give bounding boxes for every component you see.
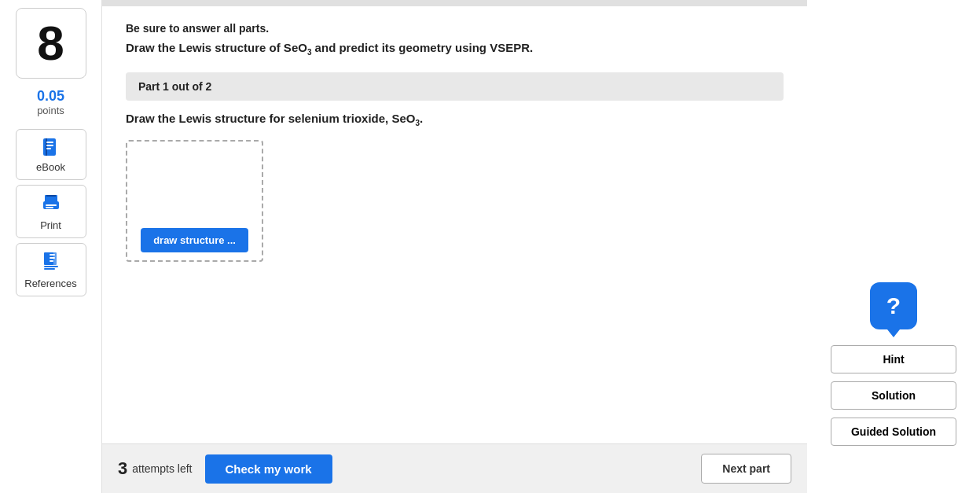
top-bar [102, 0, 807, 6]
hint-button[interactable]: Hint [831, 345, 956, 373]
points-label: points [37, 105, 64, 116]
svg-rect-4 [46, 148, 51, 149]
svg-rect-12 [50, 254, 55, 256]
part-question-suffix: . [420, 112, 423, 125]
draw-area: draw structure ... [126, 140, 263, 262]
print-button[interactable]: Print [16, 185, 86, 238]
references-button[interactable]: References [16, 243, 86, 296]
part-question: Draw the Lewis structure for selenium tr… [126, 112, 784, 127]
ebook-label: eBook [36, 161, 65, 173]
right-panel: ? Hint Solution Guided Solution [807, 0, 980, 493]
svg-rect-2 [46, 142, 53, 143]
references-icon [40, 250, 62, 274]
points-value: 0.05 [37, 88, 64, 105]
svg-rect-0 [43, 138, 56, 156]
attempts-number: 3 [118, 458, 127, 479]
svg-rect-15 [44, 266, 58, 267]
part-question-prefix: Draw the Lewis structure for selenium tr… [126, 112, 415, 125]
guided-solution-button[interactable]: Guided Solution [831, 418, 956, 446]
check-my-work-button[interactable]: Check my work [205, 454, 332, 484]
references-label: References [24, 278, 76, 289]
ebook-icon [40, 136, 62, 158]
question-text-suffix: and predict its geometry using VSEPR. [311, 41, 533, 54]
help-bubble: ? [870, 282, 917, 329]
sidebar: 8 0.05 points eBook Print [0, 0, 102, 493]
content-area: Be sure to answer all parts. Draw the Le… [102, 6, 807, 443]
svg-rect-9 [46, 195, 56, 197]
attempts-left: 3 attempts left [118, 458, 193, 479]
svg-rect-8 [46, 207, 53, 208]
solution-button[interactable]: Solution [831, 381, 956, 410]
svg-rect-7 [46, 204, 57, 206]
bottom-bar: 3 attempts left Check my work Next part [102, 443, 807, 493]
svg-rect-13 [50, 257, 55, 259]
attempts-label: attempts left [132, 462, 192, 475]
part-header: Part 1 out of 2 [126, 72, 784, 101]
draw-structure-button[interactable]: draw structure ... [141, 228, 248, 252]
main-content: Be sure to answer all parts. Draw the Le… [102, 0, 807, 493]
question-intro: Be sure to answer all parts. [126, 22, 784, 35]
ebook-button[interactable]: eBook [16, 129, 86, 180]
help-icon: ? [886, 292, 901, 319]
question-number-box: 8 [16, 8, 86, 79]
print-icon [40, 192, 62, 216]
next-part-button[interactable]: Next part [701, 454, 791, 484]
question-text: Draw the Lewis structure of SeO3 and pre… [126, 41, 784, 57]
question-text-prefix: Draw the Lewis structure of SeO [126, 41, 307, 54]
print-label: Print [40, 219, 61, 231]
svg-rect-3 [46, 145, 53, 146]
question-number: 8 [37, 19, 64, 68]
svg-rect-14 [50, 260, 53, 262]
svg-rect-16 [44, 268, 55, 270]
svg-rect-1 [46, 138, 47, 156]
